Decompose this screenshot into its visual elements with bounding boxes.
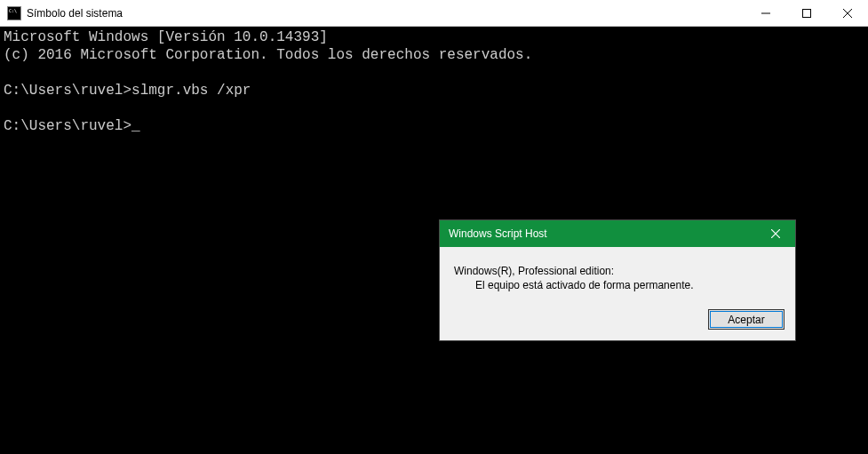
dialog-message-line1: Windows(R), Professional edition: (454, 265, 781, 277)
title-bar: Símbolo del sistema (0, 0, 868, 27)
close-button[interactable] (827, 0, 868, 26)
svg-rect-1 (803, 9, 811, 17)
dialog-message-line2: El equipo está activado de forma permane… (454, 279, 781, 291)
minimize-button[interactable] (745, 0, 786, 26)
dialog-button-row: Aceptar (440, 302, 795, 340)
script-host-dialog: Windows Script Host Windows(R), Professi… (439, 219, 796, 341)
dialog-title-bar[interactable]: Windows Script Host (440, 220, 795, 247)
terminal-line: Microsoft Windows [Versión 10.0.14393] (4, 29, 328, 45)
cmd-icon (7, 6, 21, 20)
dialog-close-button[interactable] (755, 220, 795, 247)
terminal-command: slmgr.vbs /xpr (131, 83, 251, 99)
accept-button[interactable]: Aceptar (708, 309, 784, 330)
terminal-prompt: C:\Users\ruvel> (4, 118, 131, 134)
window-controls (745, 0, 868, 26)
terminal-line: (c) 2016 Microsoft Corporation. Todos lo… (4, 47, 532, 63)
maximize-button[interactable] (786, 0, 827, 26)
terminal-cursor: _ (131, 117, 140, 135)
terminal-prompt: C:\Users\ruvel> (4, 83, 131, 99)
dialog-title: Windows Script Host (449, 227, 755, 240)
dialog-body: Windows(R), Professional edition: El equ… (440, 247, 795, 302)
window-title: Símbolo del sistema (27, 7, 745, 20)
